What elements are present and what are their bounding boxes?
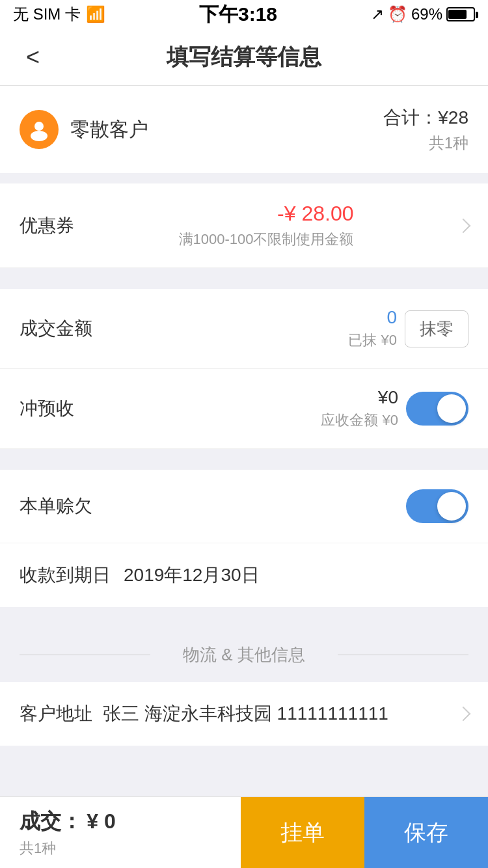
divider-line-left <box>20 655 150 655</box>
logistics-divider: 物流 & 其他信息 <box>0 628 488 682</box>
customer-avatar <box>20 110 59 149</box>
time-display: 下午3:18 <box>199 1 277 28</box>
toggle-knob <box>437 394 466 423</box>
round-zero-button[interactable]: 抹零 <box>405 310 468 347</box>
divider-line-right <box>338 655 468 655</box>
deal-amount-right: 0 已抹 ¥0 抹零 <box>348 307 468 350</box>
due-date-label: 收款到期日 <box>20 563 111 588</box>
customer-total: 合计：¥28 <box>383 105 468 130</box>
due-date-value: 2019年12月30日 <box>124 563 260 588</box>
address-row[interactable]: 客户地址 张三 海淀永丰科技园 11111111111 <box>0 682 488 746</box>
status-bar: 无 SIM 卡 📶 下午3:18 ↗ ⏰ 69% <box>0 0 488 29</box>
coupon-chevron-icon <box>456 218 471 233</box>
status-left: 无 SIM 卡 📶 <box>13 4 105 25</box>
back-button[interactable]: < <box>20 37 46 77</box>
debt-toggle-knob <box>437 492 466 521</box>
logistics-label: 物流 & 其他信息 <box>183 644 305 666</box>
debt-row: 本单赊欠 <box>0 470 488 543</box>
battery-percent: 69% <box>411 5 442 23</box>
prepayment-row: 冲预收 ¥0 应收金额 ¥0 <box>0 369 488 449</box>
deal-amount-section: 成交金额 0 已抹 ¥0 抹零 冲预收 ¥0 应收金额 ¥0 <box>0 289 488 449</box>
deal-amount-value: 0 <box>348 307 397 328</box>
customer-count: 共1种 <box>383 133 468 154</box>
bottom-info: 成交： ¥ 0 共1种 <box>0 807 241 858</box>
prepayment-label: 冲预收 <box>20 396 74 421</box>
deal-already-deducted: 已抹 ¥0 <box>348 331 397 350</box>
prepayment-right: ¥0 应收金额 ¥0 <box>321 387 468 430</box>
prepayment-toggle[interactable] <box>406 392 468 426</box>
prepayment-value-area: ¥0 应收金额 ¥0 <box>321 387 398 430</box>
coupon-section: 优惠券 -¥ 28.00 满1000-100不限制使用金额 <box>0 183 488 268</box>
debt-label: 本单赊欠 <box>20 494 92 519</box>
divider-2 <box>0 459 488 470</box>
deal-amount-value-area: 0 已抹 ¥0 <box>348 307 397 350</box>
alarm-icon: ⏰ <box>388 5 407 23</box>
divider-3 <box>0 617 488 628</box>
bottom-deal-row: 成交： ¥ 0 <box>20 807 221 836</box>
address-label: 客户地址 <box>20 701 92 726</box>
bottom-deal-label: 成交： <box>20 809 82 833</box>
bottom-count: 共1种 <box>20 839 221 858</box>
prepayment-sub: 应收金额 ¥0 <box>321 411 398 430</box>
address-chevron-icon <box>456 707 471 722</box>
coupon-sub: 满1000-100不限制使用金额 <box>179 230 354 249</box>
status-right: ↗ ⏰ 69% <box>371 5 475 23</box>
customer-left: 零散客户 <box>20 110 148 149</box>
debt-toggle[interactable] <box>406 489 468 523</box>
coupon-value-area: -¥ 28.00 满1000-100不限制使用金额 <box>179 202 354 249</box>
customer-section: 零散客户 合计：¥28 共1种 <box>0 86 488 173</box>
svg-point-0 <box>34 122 44 131</box>
sim-label: 无 SIM 卡 <box>13 4 81 25</box>
divider-1 <box>0 278 488 289</box>
battery-icon <box>446 7 475 21</box>
svg-point-1 <box>31 131 47 141</box>
nav-bar: < 填写结算等信息 <box>0 29 488 86</box>
bottom-deal-value: ¥ 0 <box>87 809 115 833</box>
save-button[interactable]: 保存 <box>364 797 488 869</box>
page-title: 填写结算等信息 <box>167 42 321 72</box>
coupon-label: 优惠券 <box>20 213 74 238</box>
location-icon: ↗ <box>371 5 384 23</box>
hang-button[interactable]: 挂单 <box>241 797 364 869</box>
customer-name: 零散客户 <box>70 116 148 143</box>
main-content: 零散客户 合计：¥28 共1种 优惠券 -¥ 28.00 满1000-100不限… <box>0 86 488 834</box>
coupon-amount: -¥ 28.00 <box>179 202 354 226</box>
coupon-row[interactable]: 优惠券 -¥ 28.00 满1000-100不限制使用金额 <box>0 183 488 268</box>
bottom-bar: 成交： ¥ 0 共1种 挂单 保存 <box>0 796 488 868</box>
due-date-row: 收款到期日 2019年12月30日 <box>0 543 488 607</box>
prepayment-value: ¥0 <box>321 387 398 408</box>
address-value: 张三 海淀永丰科技园 11111111111 <box>92 701 458 726</box>
deal-amount-label: 成交金额 <box>20 316 92 341</box>
wifi-icon: 📶 <box>86 5 105 23</box>
deal-amount-row: 成交金额 0 已抹 ¥0 抹零 <box>0 289 488 369</box>
debt-section: 本单赊欠 收款到期日 2019年12月30日 <box>0 470 488 607</box>
customer-summary: 合计：¥28 共1种 <box>383 105 468 154</box>
